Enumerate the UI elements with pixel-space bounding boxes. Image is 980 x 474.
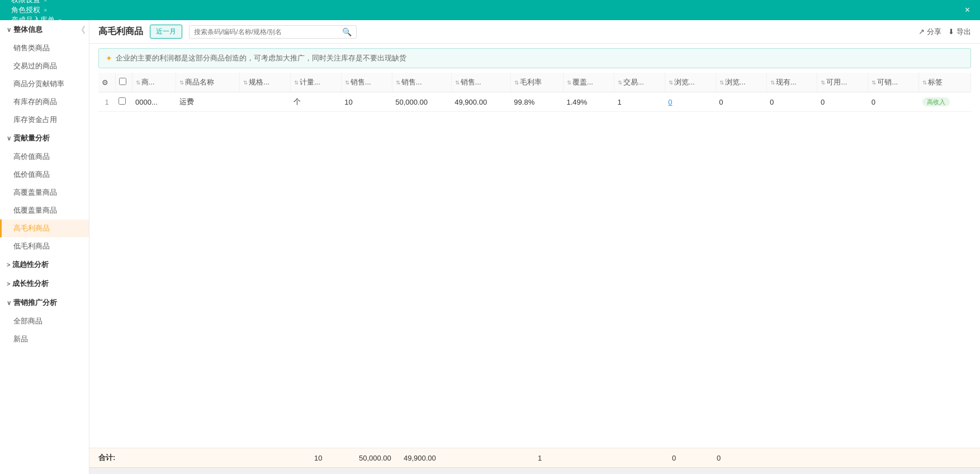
col-header-spec[interactable]: ⇅规格... [240,73,291,92]
time-filter-button[interactable]: 近一月 [150,25,182,39]
sort-icon: ⇅ [669,79,673,86]
row-number: 1 [98,92,115,112]
nav-tab-角色授权[interactable]: 角色授权× [4,5,68,15]
sidebar-item-新品[interactable]: 新品 [0,330,89,348]
cell-saleAmt: 50,000.00 [392,92,451,112]
sidebar-item-全部商品[interactable]: 全部商品 [0,312,89,330]
footer-sale-qty: 10 [311,454,356,462]
sidebar-item-低毛利商品[interactable]: 低毛利商品 [0,237,89,255]
footer-sale-amt: 50,000.00 [356,454,400,462]
search-icon[interactable]: 🔍 [342,27,352,36]
col-header-code[interactable]: ⇅商... [132,73,176,92]
content-header: 高毛利商品 近一月 🔍 ↗ 分享 ⬇ 导出 [89,20,980,44]
close-tab-icon[interactable]: × [44,0,47,3]
export-button[interactable]: ⬇ 导出 [948,27,971,37]
cell-browse1[interactable]: 0 [665,92,716,112]
sidebar-group-label: 流趋性分析 [12,260,49,270]
col-header-current[interactable]: ⇅现有... [766,73,817,92]
sidebar-item-商品分贡献销率[interactable]: 商品分贡献销率 [0,75,89,93]
cell-code: 0000... [132,92,176,112]
col-header-grossRate[interactable]: ⇅毛利率 [510,73,563,92]
sidebar-group-流趋性分析[interactable]: >流趋性分析 [0,255,89,274]
footer-available: 0 [713,454,758,462]
nav-tab-权限设置[interactable]: 权限设置× [4,0,68,5]
col-header-browse2[interactable]: ⇅浏览... [716,73,766,92]
col-header-coverage[interactable]: ⇅覆盖... [564,73,614,92]
cell-trade: 1 [614,92,665,112]
sidebar-item-销售类商品[interactable]: 销售类商品 [0,39,89,57]
sidebar-group-整体信息[interactable]: ∨整体信息 [0,20,89,39]
export-label: 导出 [957,27,971,37]
notice-bar: ✦ 企业的主要的利润都是这部分商品创造的，可考虑加大推广，同时关注库存是不要出现… [98,48,971,68]
col-header-saleAmt2[interactable]: ⇅销售... [451,73,510,92]
select-all-checkbox[interactable] [119,78,126,85]
sort-icon: ⇅ [567,79,571,86]
cell-salable: 0 [868,92,919,112]
col-header-salable[interactable]: ⇅可销... [868,73,919,92]
col-label-browse1: 浏览... [674,78,695,86]
sort-icon: ⇅ [514,79,519,86]
sidebar-item-有库存的商品[interactable]: 有库存的商品 [0,93,89,111]
sort-icon: ⇅ [719,79,724,86]
bottom-scrollbar[interactable] [89,467,980,474]
content-area: 高毛利商品 近一月 🔍 ↗ 分享 ⬇ 导出 ✦ 企业的主要的利润都是这部分商品创… [89,20,980,474]
col-label-trade: 交易... [623,78,644,86]
sidebar-item-低覆盖量商品[interactable]: 低覆盖量商品 [0,201,89,219]
row-checkbox[interactable] [119,97,126,105]
cell-tag: 高收入 [919,92,971,112]
col-header-saleQty[interactable]: ⇅销售... [341,73,392,92]
page-title: 高毛利商品 [98,26,143,37]
close-tab-icon[interactable]: × [44,7,47,13]
share-icon: ↗ [919,27,925,36]
sidebar-group-arrow: > [7,280,10,287]
col-header-saleAmt[interactable]: ⇅销售... [392,73,451,92]
sidebar-group-成长性分析[interactable]: >成长性分析 [0,274,89,293]
sidebar-group-arrow: ∨ [7,26,11,34]
footer-sale-amt2: 49,900.00 [400,454,445,462]
search-box: 🔍 [189,25,357,39]
table-header: ⚙⇅商...⇅商品名称⇅规格...⇅计量...⇅销售...⇅销售...⇅销售..… [98,73,971,92]
sort-icon: ⇅ [618,79,622,86]
top-navigation: 首页销售单×进货单×权限设置×角色授权×产成品入库单×单据模板设置×商品分析×商… [0,0,980,20]
share-button[interactable]: ↗ 分享 [919,27,941,37]
sidebar-item-高毛利商品[interactable]: 高毛利商品 [0,219,89,237]
col-label-tag: 标签 [928,78,943,86]
col-header-tag[interactable]: ⇅标签 [919,73,971,92]
sidebar-content: ∨整体信息销售类商品交易过的商品商品分贡献销率有库存的商品库存资金占用∨贡献量分… [0,20,89,348]
sidebar-item-交易过的商品[interactable]: 交易过的商品 [0,57,89,75]
sidebar-group-营销推广分析[interactable]: ∨营销推广分析 [0,293,89,312]
col-label-available: 可用... [826,78,847,86]
sort-icon: ⇅ [136,79,140,86]
col-settings[interactable]: ⚙ [98,73,115,92]
sort-icon: ⇅ [770,79,775,86]
sidebar-item-高覆盖量商品[interactable]: 高覆盖量商品 [0,184,89,201]
sidebar-item-低价值商品[interactable]: 低价值商品 [0,166,89,184]
sidebar-group-贡献量分析[interactable]: ∨贡献量分析 [0,129,89,148]
col-header-name[interactable]: ⇅商品名称 [176,73,240,92]
sort-icon: ⇅ [872,79,876,86]
sidebar-group-label: 营销推广分析 [13,298,57,308]
col-header-unit[interactable]: ⇅计量... [290,73,341,92]
sort-icon: ⇅ [243,79,248,86]
table-row: 10000...运费个1050,000.0049,900.0099.8%1.49… [98,92,971,112]
sort-icon: ⇅ [455,79,460,86]
cell-browse2: 0 [716,92,766,112]
close-all-tabs[interactable]: × [959,5,976,15]
sidebar-item-库存资金占用[interactable]: 库存资金占用 [0,111,89,129]
cell-saleAmt2: 49,900.00 [451,92,510,112]
col-header-trade[interactable]: ⇅交易... [614,73,665,92]
cell-coverage: 1.49% [564,92,614,112]
col-label-saleAmt2: 销售... [461,78,481,86]
col-header-available[interactable]: ⇅可用... [817,73,868,92]
col-checkbox-header[interactable] [115,73,132,92]
data-table: ⚙⇅商...⇅商品名称⇅规格...⇅计量...⇅销售...⇅销售...⇅销售..… [98,73,971,112]
col-label-code: 商... [141,78,155,86]
notice-text: 企业的主要的利润都是这部分商品创造的，可考虑加大推广，同时关注库存是不要出现缺货 [116,53,406,63]
search-input[interactable] [194,28,342,36]
main-layout: 《 ∨整体信息销售类商品交易过的商品商品分贡献销率有库存的商品库存资金占用∨贡献… [0,20,980,474]
sidebar-group-arrow: ∨ [7,299,11,307]
sidebar-collapse-button[interactable]: 《 [77,25,86,36]
sidebar-item-高价值商品[interactable]: 高价值商品 [0,148,89,166]
col-header-browse1[interactable]: ⇅浏览... [665,73,716,92]
sort-icon: ⇅ [179,79,184,86]
